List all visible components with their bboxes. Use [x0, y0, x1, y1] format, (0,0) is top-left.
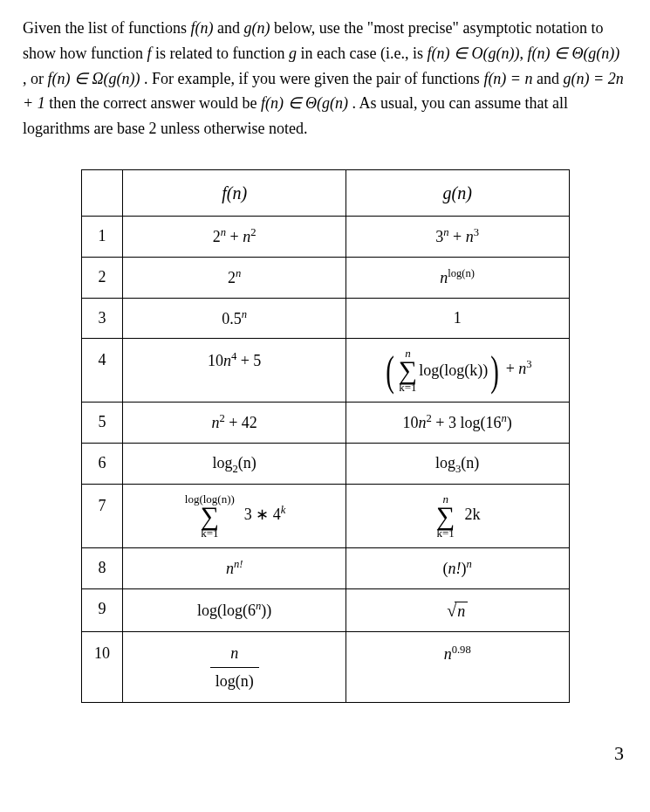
math: n [444, 645, 452, 663]
math: + [449, 228, 466, 245]
math: f(n) ∈ Θ(g(n) [261, 94, 348, 112]
text: . For example, if you were given the pai… [144, 70, 483, 87]
table-row: 10 n log(n) n0.98 [81, 631, 569, 703]
row-number: 6 [81, 443, 123, 485]
math: n [243, 228, 250, 245]
sigma-sum: n ∑ k=1 [399, 348, 417, 393]
numerator: n [210, 641, 259, 668]
text: Given the list of functions [23, 19, 190, 37]
text: in each case (i.e., is [300, 45, 427, 62]
math: n [419, 414, 427, 431]
math: 10 [403, 414, 419, 431]
functions-table-wrap: f(n) g(n) 1 2n + n2 3n + n3 2 2n [23, 169, 627, 703]
cell-f: 10n4 + 5 [123, 339, 346, 403]
row-number: 3 [81, 298, 123, 339]
sigma-icon: ∑ [436, 505, 455, 527]
math: 2 [228, 269, 236, 286]
math: g(n) [443, 183, 472, 203]
math: f(n) [190, 19, 213, 37]
text: , or [23, 70, 48, 87]
math: (n) [238, 454, 257, 471]
table-row: 5 n2 + 42 10n2 + 3 log(16n) [81, 402, 569, 443]
row-number: 1 [81, 216, 123, 257]
math: 2 [213, 228, 221, 245]
table-row: 2 2n nlog(n) [81, 257, 569, 298]
cell-f: 2n + n2 [123, 216, 346, 257]
problem-statement: Given the list of functions f(n) and g(n… [23, 16, 627, 141]
denominator: log(n) [210, 668, 259, 694]
math: n! [234, 558, 243, 570]
math: log(n) [448, 267, 475, 279]
sigma-icon: ∑ [399, 359, 417, 382]
math: log [435, 454, 455, 471]
table-row: 4 10n4 + 5 ( n ∑ k=1 log(log(k)) ) [81, 339, 569, 403]
row-number: 2 [81, 257, 123, 298]
table-row: 3 0.5n 1 [81, 298, 569, 339]
cell-f: log(log(n)) ∑ k=1 3 ∗ 4k [123, 485, 346, 548]
radicand: n [455, 602, 468, 620]
math: + 5 [236, 352, 261, 369]
row-number: 5 [81, 402, 123, 443]
math: n [440, 269, 448, 286]
cell-g: log3(n) [346, 443, 569, 485]
math: 10 [208, 352, 223, 369]
math: 0.98 [452, 643, 471, 656]
math: n! [448, 560, 462, 577]
math: ) [507, 414, 512, 431]
math: + 42 [225, 414, 257, 431]
math: 2k [464, 506, 480, 523]
math: log(log(k)) [419, 358, 488, 383]
math: f(n) [222, 183, 247, 203]
cell-g: √n [346, 588, 569, 631]
math: 3 [474, 226, 479, 238]
sigma-icon: ∑ [185, 505, 235, 527]
table-row: 6 log2(n) log3(n) [81, 443, 569, 485]
math: 3 ∗ 4 [244, 506, 281, 523]
math: 2 [250, 226, 256, 238]
row-number: 7 [81, 485, 123, 548]
math: log [212, 454, 232, 471]
row-number: 8 [81, 547, 123, 588]
math: + [226, 228, 243, 245]
header-g: g(n) [346, 169, 569, 216]
cell-f: log(log(6n)) [123, 588, 346, 631]
page-number: 3 [23, 738, 627, 768]
cell-f: n log(n) [123, 631, 346, 703]
sigma-sum: log(log(n)) ∑ k=1 [185, 493, 235, 539]
table-row: 9 log(log(6n)) √n [81, 588, 569, 631]
cell-g: 1 [346, 298, 569, 339]
cell-f: 0.5n [123, 298, 346, 339]
cell-g: 3n + n3 [346, 216, 569, 257]
table-row: 8 nn! (n!)n [81, 547, 569, 588]
cell-g: nlog(n) [346, 257, 569, 298]
cell-g: n0.98 [346, 631, 569, 703]
header-f: f(n) [123, 169, 346, 216]
table-row: 1 2n + n2 3n + n3 [81, 216, 569, 257]
cell-g: n ∑ k=1 2k [346, 485, 569, 548]
math: f(n) ∈ Θ(g(n)) [527, 45, 619, 62]
math: n [236, 267, 241, 279]
math: f(n) ∈ O(g(n)) [427, 45, 519, 62]
math: (n) [461, 454, 479, 471]
row-number: 10 [81, 631, 123, 703]
cell-g: ( n ∑ k=1 log(log(k)) ) + n3 [346, 339, 569, 403]
math: g [289, 45, 297, 62]
math: n [466, 228, 474, 245]
text: then the correct answer would be [49, 94, 261, 112]
math: n [467, 558, 472, 570]
cell-f: n2 + 42 [123, 402, 346, 443]
math: g(n) [243, 19, 270, 37]
row-number: 9 [81, 588, 123, 631]
text: and [537, 70, 564, 87]
fraction: n log(n) [210, 641, 259, 694]
cell-f: log2(n) [123, 443, 346, 485]
math: 1 [454, 309, 462, 327]
math: n [242, 308, 247, 320]
sum-lower: k=1 [399, 382, 417, 393]
cell-f: nn! [123, 547, 346, 588]
header-blank [81, 169, 123, 216]
cell-f: 2n [123, 257, 346, 298]
math: 3 [435, 228, 443, 245]
functions-table: f(n) g(n) 1 2n + n2 3n + n3 2 2n [81, 169, 570, 703]
paren-group: ( n ∑ k=1 log(log(k)) ) [383, 348, 502, 393]
